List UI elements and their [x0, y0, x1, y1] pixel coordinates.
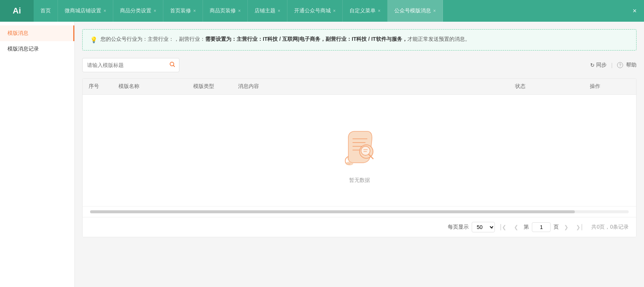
last-page-button[interactable]: ❯⎮	[574, 223, 585, 232]
logo: Ai	[0, 0, 34, 22]
data-table: 序号模版名称模版类型消息内容状态操作	[82, 78, 637, 237]
svg-point-12	[346, 162, 353, 165]
sidebar-item[interactable]: 模版消息记录	[0, 41, 74, 57]
notice-icon: 💡	[90, 35, 98, 45]
scrollbar-area	[83, 206, 636, 217]
pagination-total: 共0页，0条记录	[591, 224, 629, 230]
per-page-select[interactable]: 102050100	[472, 222, 495, 232]
nav-tab[interactable]: 商品分类设置×	[113, 0, 163, 22]
help-button[interactable]: ? 帮助	[617, 62, 637, 68]
prev-page-button[interactable]: ❮	[512, 223, 521, 232]
table-header-cell: 消息内容	[232, 79, 509, 94]
nav-tab-label: 公众号模版消息	[394, 7, 431, 14]
search-input-wrap	[82, 58, 179, 72]
sync-button[interactable]: ↻ 同步	[590, 62, 607, 68]
help-label: 帮助	[626, 62, 637, 68]
nav-tab-label: 自定义菜单	[349, 7, 376, 14]
empty-state: 暂无数据	[83, 95, 636, 206]
table-header-cell: 模版名称	[113, 79, 187, 94]
nav-tab-label: 开通公众号商城	[294, 7, 331, 14]
close-tab-icon[interactable]: ×	[333, 8, 336, 13]
table-header-cell: 序号	[83, 79, 113, 94]
table-header-cell: 模版类型	[187, 79, 232, 94]
empty-icon	[337, 125, 382, 170]
nav-tab[interactable]: 店铺主题×	[248, 0, 287, 22]
nav-tab[interactable]: 商品页装修×	[203, 0, 248, 22]
notice-banner: 💡 您的公众号行业为：主营行业：，副营行业：需要设置为：主营行业：IT科技 / …	[82, 29, 637, 51]
close-tab-icon[interactable]: ×	[278, 8, 280, 13]
search-icon	[169, 61, 175, 67]
search-bar: ↻ 同步 | ? 帮助	[82, 58, 637, 72]
fake-scrollbar[interactable]	[90, 210, 629, 213]
nav-tab[interactable]: 自定义菜单×	[343, 0, 388, 22]
pagination: 每页显示 102050100 ⌄ ⎮❮ ❮ 第 页 ❯ ❯⎮ 共0页，0条记录	[83, 217, 636, 237]
table-header-cell: 状态	[509, 79, 584, 94]
next-page-button[interactable]: ❯	[562, 223, 571, 232]
top-nav: Ai 首页微商城店铺设置×商品分类设置×首页装修×商品页装修×店铺主题×开通公众…	[0, 0, 644, 22]
per-page-label: 每页显示	[448, 224, 469, 230]
svg-line-1	[173, 65, 175, 67]
nav-tab[interactable]: 微商城店铺设置×	[58, 0, 113, 22]
close-all-button[interactable]: ×	[625, 0, 644, 22]
help-icon: ?	[617, 62, 623, 68]
nav-tab-label: 首页	[40, 7, 51, 14]
content-area: 💡 您的公众号行业为：主营行业：，副营行业：需要设置为：主营行业：IT科技 / …	[75, 22, 644, 287]
page-suffix: 页	[554, 224, 559, 230]
close-tab-icon[interactable]: ×	[238, 8, 241, 13]
nav-tab[interactable]: 首页装修×	[163, 0, 203, 22]
sync-icon: ↻	[590, 62, 595, 68]
search-input[interactable]	[83, 59, 166, 71]
main-layout: 模版消息模版消息记录 💡 您的公众号行业为：主营行业：，副营行业：需要设置为：主…	[0, 22, 644, 287]
nav-tab[interactable]: 首页	[34, 0, 58, 22]
nav-tab[interactable]: 公众号模版消息×	[388, 0, 443, 22]
svg-point-8	[361, 146, 370, 155]
close-tab-icon[interactable]: ×	[104, 8, 106, 13]
close-tab-icon[interactable]: ×	[433, 8, 436, 13]
current-page-input[interactable]	[532, 222, 551, 232]
nav-tab-label: 店铺主题	[255, 7, 275, 14]
first-page-button[interactable]: ⎮❮	[497, 223, 509, 232]
nav-tab-label: 商品页装修	[210, 7, 236, 14]
table-header-cell: 操作	[584, 79, 636, 94]
toolbar-divider: |	[611, 62, 613, 68]
search-button[interactable]	[166, 58, 179, 72]
empty-text: 暂无数据	[349, 177, 370, 184]
nav-tab-label: 微商城店铺设置	[65, 7, 101, 14]
toolbar-right: ↻ 同步 | ? 帮助	[590, 62, 637, 68]
scrollbar-thumb	[90, 210, 575, 213]
nav-tabs: 首页微商城店铺设置×商品分类设置×首页装修×商品页装修×店铺主题×开通公众号商城…	[34, 0, 625, 22]
sidebar-item[interactable]: 模版消息	[0, 25, 74, 41]
per-page-select-wrap: 102050100 ⌄	[472, 222, 494, 232]
close-tab-icon[interactable]: ×	[193, 8, 196, 13]
notice-text: 您的公众号行业为：主营行业：，副营行业：需要设置为：主营行业：IT科技 / 互联…	[101, 35, 470, 43]
nav-tab[interactable]: 开通公众号商城×	[287, 0, 343, 22]
close-tab-icon[interactable]: ×	[378, 8, 380, 13]
table-header: 序号模版名称模版类型消息内容状态操作	[83, 79, 636, 95]
sync-label: 同步	[596, 62, 607, 68]
nav-tab-label: 商品分类设置	[120, 7, 151, 14]
nav-tab-label: 首页装修	[170, 7, 191, 14]
sidebar: 模版消息模版消息记录	[0, 22, 75, 287]
page-prefix: 第	[524, 224, 529, 230]
close-tab-icon[interactable]: ×	[154, 8, 156, 13]
